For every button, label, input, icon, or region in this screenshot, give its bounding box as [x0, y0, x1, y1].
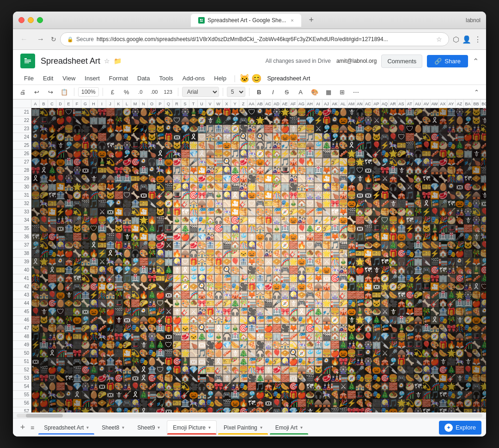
- minimize-button[interactable]: [28, 17, 34, 23]
- menu-help[interactable]: Help: [210, 73, 230, 84]
- row-number-33: 33: [13, 208, 31, 216]
- explore-button[interactable]: ✦ Explore: [439, 421, 481, 435]
- sheet-tab-emoji-picture[interactable]: Emoji Picture▾: [167, 420, 217, 435]
- folder-icon[interactable]: 📁: [114, 57, 122, 65]
- merge-button[interactable]: ⊞: [336, 86, 348, 98]
- comments-button[interactable]: Comments: [381, 54, 422, 68]
- sheet-tab-sheet9[interactable]: Sheet9▾: [131, 420, 166, 435]
- undo-button[interactable]: ↩: [30, 86, 43, 98]
- sheet-tab-spreadsheet-art[interactable]: Spreadsheet Art▾: [38, 420, 95, 435]
- share-button[interactable]: 🔗 Share: [427, 55, 468, 67]
- row-numbers: 2122232425262728293031323334353637383940…: [13, 108, 31, 412]
- svg-rect-8: [24, 62, 29, 63]
- row-number-47: 47: [13, 324, 31, 333]
- collapse-button[interactable]: ⌃: [470, 86, 482, 98]
- sheet-tab-emoji-art[interactable]: Emoji Art▾: [269, 420, 309, 435]
- tab-close-icon[interactable]: ×: [291, 18, 293, 23]
- row-number-53: 53: [13, 374, 31, 382]
- decimal-decrease-button[interactable]: .0: [134, 86, 146, 98]
- row-number-54: 54: [13, 382, 31, 391]
- format-number-button[interactable]: 123: [162, 86, 174, 98]
- add-sheet-button[interactable]: +: [18, 423, 28, 433]
- col-header-B: B: [40, 100, 48, 108]
- row-number-27: 27: [13, 158, 31, 166]
- expand-icon[interactable]: ⌃: [473, 57, 479, 66]
- menu-data[interactable]: Data: [134, 73, 153, 84]
- maximize-button[interactable]: [37, 17, 43, 23]
- svg-rect-1: [200, 19, 201, 20]
- print-button[interactable]: 🖨: [17, 86, 29, 98]
- borders-button[interactable]: ▦: [323, 86, 335, 98]
- address-url: https://docs.google.com/spreadsheets/d/1…: [97, 36, 433, 42]
- sheet-tab-bar: + ≡ Spreadsheet Art▾Sheet8▾Sheet9▾Emoji …: [13, 418, 486, 436]
- menu-spreadsheet-art[interactable]: Spreadsheet Art: [263, 73, 314, 84]
- row-number-56: 56: [13, 399, 31, 407]
- font-size-selector[interactable]: 5: [227, 87, 245, 97]
- address-bar[interactable]: 🔒 Secure https://docs.google.com/spreads…: [60, 32, 449, 46]
- currency-button[interactable]: £: [107, 86, 119, 98]
- strikethrough-button[interactable]: S: [281, 86, 293, 98]
- col-header-AF: AF: [289, 100, 298, 108]
- redo-button[interactable]: ↪: [44, 86, 56, 98]
- sheet-tab-sheet8[interactable]: Sheet8▾: [96, 420, 130, 435]
- secure-label: Secure: [76, 36, 94, 42]
- cells-area[interactable]: [31, 108, 486, 412]
- profile-icon[interactable]: 👤: [462, 35, 471, 44]
- col-header-AX: AX: [439, 100, 447, 108]
- col-header-AP: AP: [372, 100, 381, 108]
- sheet-menu-icon[interactable]: ≡: [30, 424, 34, 431]
- toolbar-divider-5: [249, 88, 250, 96]
- browser-tab-active[interactable]: Spreadsheet Art - Google She... ×: [191, 14, 301, 27]
- menu-format[interactable]: Format: [105, 73, 132, 84]
- sheet-tab-dropdown-icon[interactable]: ▾: [122, 425, 124, 430]
- back-button[interactable]: ←: [18, 33, 30, 45]
- menu-edit[interactable]: Edit: [39, 73, 57, 84]
- explore-label: Explore: [456, 424, 476, 431]
- decimal-increase-button[interactable]: .00: [148, 86, 160, 98]
- italic-button[interactable]: I: [267, 86, 279, 98]
- col-header-C: C: [48, 100, 56, 108]
- new-tab-button[interactable]: +: [305, 14, 318, 27]
- text-color-button[interactable]: A: [295, 86, 307, 98]
- menu-tools[interactable]: Tools: [155, 73, 176, 84]
- sheet-tab-pixel-painting[interactable]: Pixel Painting▾: [218, 420, 268, 435]
- fill-color-button[interactable]: 🎨: [309, 86, 321, 98]
- col-header-D: D: [56, 100, 65, 108]
- tab-favicon: [198, 17, 205, 24]
- row-number-37: 37: [13, 241, 31, 249]
- percent-button[interactable]: %: [121, 86, 133, 98]
- col-header-scroll: ABCDEFGHIJKLMNOPQRSTUVWXYZAAABACADAEAFAG…: [31, 100, 486, 108]
- document-title[interactable]: Spreadsheet Art: [41, 56, 100, 66]
- menu-insert[interactable]: Insert: [81, 73, 103, 84]
- row-number-35: 35: [13, 224, 31, 233]
- favorite-icon[interactable]: ☆: [104, 57, 110, 65]
- menu-file[interactable]: File: [20, 73, 37, 84]
- menu-dots-icon[interactable]: ⋮: [474, 35, 481, 44]
- sheets-title-section: Spreadsheet Art ☆ 📁 Spreadsheet Art: [41, 56, 260, 66]
- row-number-21: 21: [13, 108, 31, 116]
- close-button[interactable]: [18, 17, 24, 23]
- bookmark-icon[interactable]: ☆: [436, 36, 442, 43]
- sheet-tab-dropdown-icon[interactable]: ▾: [260, 425, 262, 430]
- user-email: amit@labnol.org: [336, 58, 377, 64]
- bold-button[interactable]: B: [253, 86, 265, 98]
- zoom-level[interactable]: 100%: [78, 87, 99, 97]
- font-selector[interactable]: Arial: [182, 87, 219, 97]
- col-header-AZ: AZ: [456, 100, 464, 108]
- horizontal-scrollbar[interactable]: [13, 412, 486, 418]
- refresh-button[interactable]: ↻: [51, 36, 56, 43]
- sheet-tab-dropdown-icon[interactable]: ▾: [208, 425, 211, 430]
- col-header-AL: AL: [339, 100, 347, 108]
- paint-format-button[interactable]: 📋: [58, 86, 70, 98]
- sheets-title-name: Spreadsheet Art ☆ 📁: [41, 56, 260, 66]
- more-button[interactable]: ⋯: [350, 86, 362, 98]
- forward-button[interactable]: →: [34, 33, 47, 45]
- menu-addons[interactable]: Add-ons: [179, 73, 208, 84]
- sheet-tab-dropdown-icon[interactable]: ▾: [158, 425, 160, 430]
- menu-view[interactable]: View: [59, 73, 79, 84]
- col-header-M: M: [131, 100, 140, 108]
- extensions-icon[interactable]: ⬡: [453, 35, 459, 44]
- scrollbar-thumb[interactable]: [26, 414, 63, 418]
- sheet-tab-dropdown-icon[interactable]: ▾: [300, 425, 303, 430]
- sheet-tab-dropdown-icon[interactable]: ▾: [86, 425, 89, 430]
